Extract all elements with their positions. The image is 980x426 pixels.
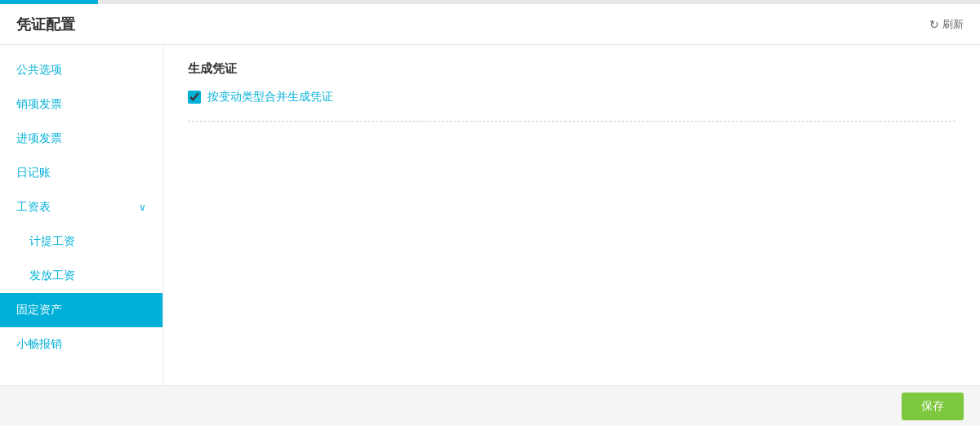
page-container: 凭证配置 ↻ 刷新 公共选项销项发票进项发票日记账工资表∨计提工资发放工资固定资… [0, 0, 980, 426]
sidebar-item-petty-expense[interactable]: 小畅报销 [0, 327, 163, 362]
sidebar-item-fixed-assets[interactable]: 固定资产 [0, 293, 163, 327]
content-area: 生成凭证 按变动类型合并生成凭证 [163, 45, 980, 385]
sidebar-item-label: 工资表 [16, 200, 51, 215]
sidebar-item-label: 小畅报销 [16, 337, 62, 352]
section-divider [188, 121, 956, 122]
sidebar: 公共选项销项发票进项发票日记账工资表∨计提工资发放工资固定资产小畅报销 [0, 45, 163, 385]
sidebar-item-purchase-invoice[interactable]: 进项发票 [0, 122, 163, 156]
sidebar-item-commission-payroll[interactable]: 计提工资 [0, 224, 163, 259]
page-footer: 保存 [0, 385, 980, 426]
sidebar-item-label: 发放工资 [29, 268, 75, 283]
page-header: 凭证配置 ↻ 刷新 [0, 4, 980, 45]
sidebar-item-label: 计提工资 [29, 234, 75, 249]
merge-by-type-checkbox[interactable] [188, 91, 201, 104]
sidebar-item-label: 固定资产 [16, 303, 62, 317]
sidebar-item-journal[interactable]: 日记账 [0, 156, 163, 190]
top-tab-bar [0, 0, 980, 4]
chevron-down-icon: ∨ [139, 202, 146, 213]
checkbox-row: 按变动类型合并生成凭证 [188, 90, 956, 104]
refresh-button[interactable]: ↻ 刷新 [929, 17, 964, 32]
main-layout: 公共选项销项发票进项发票日记账工资表∨计提工资发放工资固定资产小畅报销 生成凭证… [0, 45, 980, 385]
merge-by-type-label[interactable]: 按变动类型合并生成凭证 [207, 90, 333, 104]
sidebar-item-label: 日记账 [16, 166, 51, 180]
sidebar-item-payroll[interactable]: 工资表∨ [0, 190, 163, 224]
refresh-icon: ↻ [929, 18, 939, 31]
page-title: 凭证配置 [16, 15, 75, 34]
sidebar-item-label: 进项发票 [16, 131, 62, 146]
refresh-label: 刷新 [942, 17, 964, 32]
sidebar-item-sales-invoice[interactable]: 销项发票 [0, 87, 163, 122]
sidebar-item-distribute-payroll[interactable]: 发放工资 [0, 259, 163, 293]
sidebar-item-public-options[interactable]: 公共选项 [0, 53, 163, 87]
sidebar-item-label: 销项发票 [16, 97, 62, 112]
top-tab-active-indicator [0, 0, 98, 4]
section-title: 生成凭证 [188, 61, 956, 77]
save-button[interactable]: 保存 [902, 393, 964, 420]
sidebar-item-label: 公共选项 [16, 63, 62, 78]
